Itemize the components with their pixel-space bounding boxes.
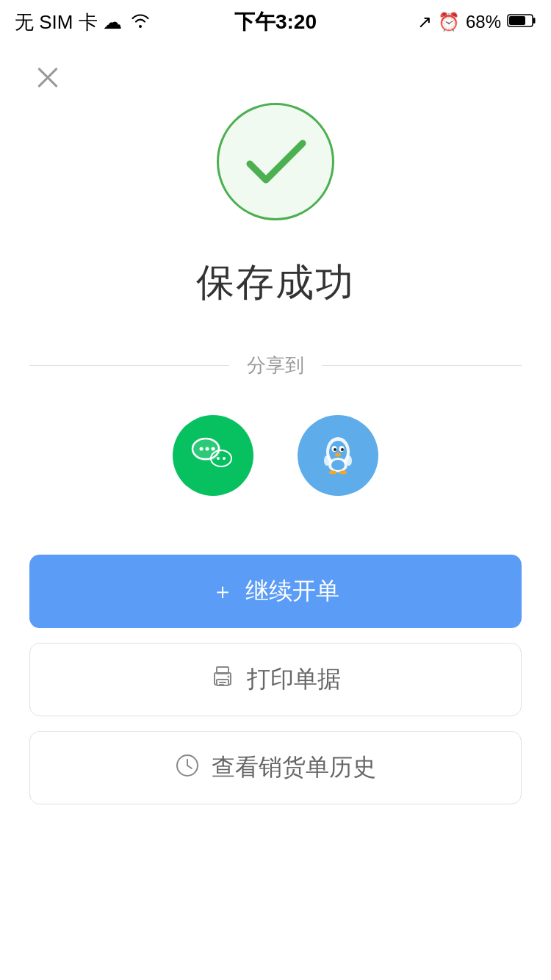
qq-share-button[interactable]	[298, 415, 378, 496]
svg-point-5	[200, 447, 204, 451]
main-content: 保存成功 分享到	[0, 44, 551, 804]
continue-button[interactable]: ＋ 继续开单	[29, 555, 522, 628]
status-bar: 无 SIM 卡 ☁ 下午3:20 ↗ ⏰ 68%	[0, 0, 551, 44]
svg-rect-28	[219, 684, 224, 685]
svg-rect-1	[533, 18, 536, 24]
history-button[interactable]: 查看销货单历史	[29, 731, 522, 804]
svg-rect-2	[509, 16, 525, 25]
plus-icon: ＋	[212, 577, 234, 607]
share-label: 分享到	[229, 353, 322, 378]
svg-point-15	[334, 448, 336, 451]
clock-icon	[175, 753, 200, 783]
divider-left	[29, 365, 229, 366]
svg-point-7	[212, 447, 215, 451]
printer-icon	[210, 666, 235, 694]
checkmark-icon	[242, 136, 309, 187]
print-label: 打印单据	[247, 663, 341, 696]
qq-icon	[314, 431, 362, 480]
svg-point-22	[324, 455, 330, 466]
continue-label: 继续开单	[245, 575, 339, 608]
svg-point-16	[341, 448, 344, 451]
close-button[interactable]	[29, 59, 66, 96]
svg-point-19	[331, 460, 345, 470]
battery-text: 68%	[466, 12, 501, 32]
svg-point-17	[335, 453, 341, 457]
svg-rect-27	[219, 682, 226, 683]
success-title: 保存成功	[196, 257, 355, 309]
wifi-icon	[129, 11, 151, 34]
svg-line-32	[187, 765, 192, 768]
history-label: 查看销货单历史	[212, 752, 376, 784]
wechat-share-button[interactable]	[173, 415, 253, 496]
svg-point-20	[329, 471, 336, 475]
no-sim-text: 无 SIM 卡 ☁	[15, 10, 122, 35]
alarm-icon: ⏰	[438, 12, 460, 32]
wechat-icon	[189, 435, 237, 476]
svg-point-9	[217, 457, 220, 460]
divider-right	[322, 365, 522, 366]
print-button[interactable]: 打印单据	[29, 643, 522, 716]
svg-point-23	[346, 455, 352, 466]
action-buttons: ＋ 继续开单 打印单据	[0, 555, 551, 804]
svg-point-10	[223, 457, 226, 460]
svg-point-29	[228, 675, 230, 677]
success-icon-container	[217, 103, 334, 220]
location-icon: ↗	[417, 12, 432, 32]
status-left: 无 SIM 卡 ☁	[15, 10, 151, 35]
svg-point-6	[206, 447, 209, 451]
status-time: 下午3:20	[234, 8, 317, 36]
battery-icon	[507, 12, 536, 32]
status-right: ↗ ⏰ 68%	[417, 12, 536, 32]
svg-point-21	[339, 471, 347, 475]
share-section: 分享到	[0, 353, 551, 378]
share-icons	[173, 415, 378, 496]
